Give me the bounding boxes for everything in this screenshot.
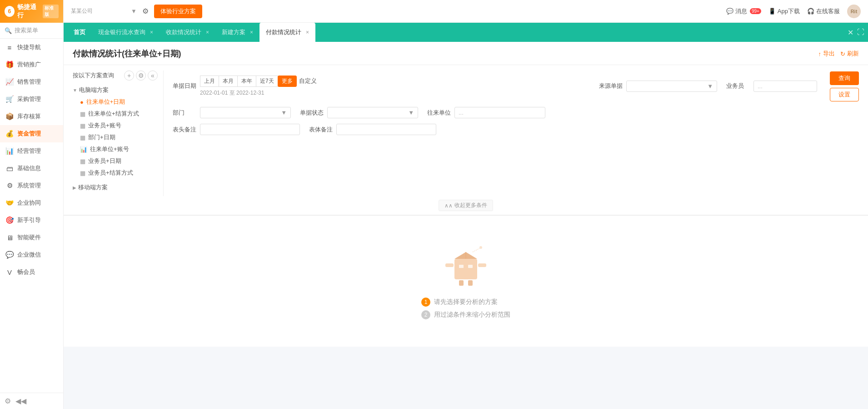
collapse-scheme-btn[interactable]: « <box>148 71 158 81</box>
maximize-icon[interactable]: ⛶ <box>857 28 864 36</box>
scheme-item-label: 往来单位+日期 <box>86 98 125 106</box>
refresh-btn[interactable]: ↻ 刷新 <box>840 50 859 58</box>
tab-home[interactable]: 首页 <box>67 23 92 42</box>
export-label: 导出 <box>823 50 835 58</box>
add-scheme-btn[interactable]: + <box>124 71 134 81</box>
salesperson-input[interactable] <box>753 81 817 92</box>
scheme-item-partner-date[interactable]: ● 往来单位+日期 <box>77 96 158 108</box>
tab-payment-stat[interactable]: 付款情况统计 × <box>259 23 315 42</box>
sidebar-collapse-icon[interactable]: ◀◀ <box>15 397 26 405</box>
topbar-settings-icon[interactable]: ⚙ <box>142 7 149 15</box>
date-btn-this-month[interactable]: 本月 <box>219 76 238 87</box>
filter-field-dept: 部门 ▼ <box>173 107 291 118</box>
tab-receivable-close[interactable]: × <box>206 29 209 35</box>
scheme-item-sales-settle[interactable]: ▦ 业务员+结算方式 <box>77 167 158 179</box>
sidebar-item-system[interactable]: ⚙ 系统管理 <box>0 177 63 194</box>
sidebar-item-label: 资金管理 <box>17 130 41 138</box>
sidebar-item-wecom[interactable]: 💬 企业微信 <box>0 246 63 263</box>
sidebar-item-smart-hw[interactable]: 🖥 智能硬件 <box>0 229 63 246</box>
sidebar-item-label: 采购管理 <box>17 95 41 103</box>
scheme-item-label: 业务员+账号 <box>88 121 121 130</box>
dept-select[interactable]: ▼ <box>200 107 291 118</box>
note-header-input[interactable] <box>200 124 300 135</box>
scheme-icon: ▦ <box>80 122 85 129</box>
mobile-group-arrow: ▶ <box>73 185 76 190</box>
scheme-item-sales-account[interactable]: ▦ 业务员+账号 <box>77 120 158 131</box>
sidebar-item-enterprise[interactable]: 🤝 企业协同 <box>0 194 63 212</box>
sidebar-item-basic-info[interactable]: 🗃 基础信息 <box>0 160 63 177</box>
sidebar-item-sales[interactable]: 📈 销售管理 <box>0 73 63 91</box>
smart-hw-icon: 🖥 <box>5 234 14 242</box>
svg-rect-5 <box>459 280 464 286</box>
sidebar-item-vip[interactable]: V 畅会员 <box>0 263 63 281</box>
sidebar-footer: ⚙ ◀◀ <box>0 393 63 409</box>
sidebar-item-label: 基础信息 <box>17 164 41 172</box>
search-label: 搜索菜单 <box>15 26 38 35</box>
scheme-icon: ▦ <box>80 170 85 177</box>
search-menu[interactable]: 🔍 搜索菜单 <box>0 23 63 39</box>
date-btn-last-month[interactable]: 上月 <box>200 76 219 87</box>
mobile-group-title[interactable]: ▶ 移动端方案 <box>73 182 158 193</box>
sidebar-item-operations[interactable]: 📊 经营管理 <box>0 142 63 160</box>
sidebar-settings-icon[interactable]: ⚙ <box>5 397 11 405</box>
scheme-item-partner-account[interactable]: 📊 往来单位+账号 <box>77 143 158 155</box>
tab-new-scheme-close[interactable]: × <box>250 29 253 35</box>
notif-icon: 💬 <box>726 8 733 15</box>
sales-icon: 📈 <box>5 78 14 86</box>
scheme-item-label: 业务员+结算方式 <box>88 169 133 177</box>
guide-icon: 🎯 <box>5 216 14 224</box>
partner-input[interactable] <box>454 107 545 118</box>
scheme-item-sales-date[interactable]: ▦ 业务员+日期 <box>77 155 158 167</box>
sidebar-item-inventory[interactable]: 📦 库存核算 <box>0 108 63 125</box>
dept-label: 部门 <box>173 109 196 117</box>
app-download[interactable]: 📱 App下载 <box>768 7 800 15</box>
scheme-item-dept-date[interactable]: ▦ 部门+日期 <box>77 131 158 143</box>
sidebar-item-label: 新手引导 <box>17 216 41 224</box>
note-body-input[interactable] <box>336 124 436 135</box>
settings-scheme-btn[interactable]: ⚙ <box>136 71 146 81</box>
sidebar-item-marketing[interactable]: 🎁 营销推广 <box>0 56 63 73</box>
online-service[interactable]: 🎧 在线客服 <box>807 7 840 15</box>
tab-new-scheme[interactable]: 新建方案 × <box>215 23 259 42</box>
tab-bank-flow-close[interactable]: × <box>150 29 153 35</box>
notif-badge: 99+ <box>750 8 761 14</box>
tab-payment-stat-close[interactable]: × <box>306 29 309 35</box>
collapse-more-btn[interactable]: ∧∧ 收起更多条件 <box>439 200 493 211</box>
sidebar-item-finance[interactable]: 💰 资金管理 <box>0 125 63 142</box>
sidebar-item-guide[interactable]: 🎯 新手引导 <box>0 212 63 229</box>
scheme-item-partner-settle[interactable]: ▦ 往来单位+结算方式 <box>77 108 158 120</box>
doc-status-select[interactable]: ▼ <box>327 107 418 118</box>
filter-field-salesperson: 业务员 <box>726 81 817 92</box>
date-btn-more[interactable]: 更多 <box>278 76 297 87</box>
sidebar-item-purchase[interactable]: 🛒 采购管理 <box>0 91 63 108</box>
svg-rect-4 <box>468 265 473 268</box>
source-doc-select[interactable]: ▼ <box>626 81 717 92</box>
user-avatar[interactable]: Rit <box>847 5 861 18</box>
sidebar-nav: ≡ 快捷导航 🎁 营销推广 📈 销售管理 🛒 采购管理 📦 库存核算 💰 资金管… <box>0 39 63 393</box>
company-arrow[interactable]: ▼ <box>131 8 137 15</box>
filter-field-note-header: 表头备注 <box>173 124 300 135</box>
scheme-icon: ▦ <box>80 158 85 165</box>
tab-receivable-label: 收款情况统计 <box>166 28 201 36</box>
collapse-bar: ∧∧ 收起更多条件 <box>64 196 868 215</box>
page-header: 付款情况统计(往来单位+日期) ↑ 导出 ↻ 刷新 <box>64 42 868 65</box>
sidebar-item-label: 智能硬件 <box>17 233 41 242</box>
tab-receivable[interactable]: 收款情况统计 × <box>160 23 215 42</box>
notifications[interactable]: 💬 消息 99+ <box>726 7 761 15</box>
filter-actions: 查询 设置 <box>830 71 859 101</box>
date-btn-last7[interactable]: 近7天 <box>256 76 278 87</box>
svg-rect-3 <box>459 265 464 268</box>
wecom-icon: 💬 <box>5 251 14 259</box>
tip-num-1: 1 <box>421 298 430 307</box>
trial-btn[interactable]: 体验行业方案 <box>154 5 202 18</box>
sidebar-item-label: 快捷导航 <box>17 43 41 51</box>
close-all-tabs-icon[interactable]: ✕ <box>848 28 853 37</box>
query-btn[interactable]: 查询 <box>830 71 859 85</box>
pc-group-title[interactable]: ▼ 电脑端方案 <box>73 84 158 96</box>
export-btn[interactable]: ↑ 导出 <box>818 50 835 58</box>
settings-btn[interactable]: 设置 <box>830 88 859 101</box>
tab-bank-flow-label: 现金银行流水查询 <box>98 28 145 36</box>
sidebar-item-quick-nav[interactable]: ≡ 快捷导航 <box>0 39 63 56</box>
date-btn-this-year[interactable]: 本年 <box>237 76 256 87</box>
tab-bank-flow[interactable]: 现金银行流水查询 × <box>92 23 160 42</box>
